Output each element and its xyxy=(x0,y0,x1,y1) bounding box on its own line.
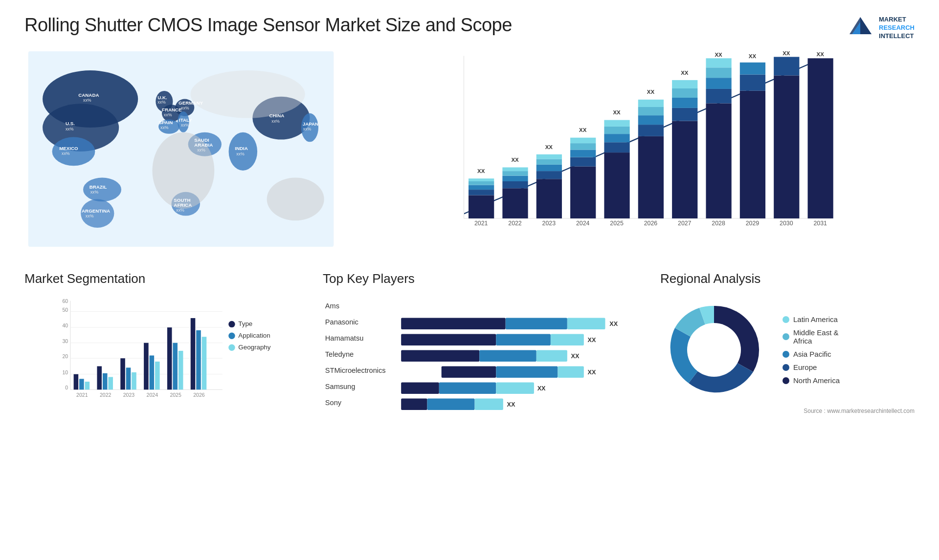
bar-chart-svg: XX 2021 XX 2022 XX 2023 xyxy=(357,51,915,237)
legend-item-europe: Europe xyxy=(782,363,840,371)
svg-text:Panasonic: Panasonic xyxy=(325,318,358,326)
north-america-dot xyxy=(782,377,789,384)
svg-text:2024: 2024 xyxy=(147,392,158,398)
svg-text:XX: XX xyxy=(511,157,519,163)
latin-america-dot xyxy=(782,316,789,323)
svg-rect-60 xyxy=(469,190,494,195)
svg-point-169 xyxy=(228,345,235,351)
svg-rect-188 xyxy=(442,366,496,378)
bottom-section: Market Segmentation 0 10 20 30 40 50 60 xyxy=(24,271,915,533)
legend-item-middle-east: Middle East &Africa xyxy=(782,328,840,345)
svg-rect-105 xyxy=(672,80,697,88)
svg-text:40: 40 xyxy=(62,323,68,328)
svg-rect-162 xyxy=(191,318,196,389)
svg-rect-67 xyxy=(502,181,528,188)
svg-text:U.K.: U.K. xyxy=(157,95,167,100)
svg-rect-120 xyxy=(774,75,799,218)
svg-rect-69 xyxy=(502,171,528,176)
svg-text:2026: 2026 xyxy=(193,392,205,398)
svg-rect-110 xyxy=(706,78,731,89)
svg-text:XX: XX xyxy=(545,144,553,150)
svg-point-202 xyxy=(687,323,741,377)
svg-rect-109 xyxy=(706,89,731,103)
svg-point-165 xyxy=(228,321,235,327)
svg-rect-61 xyxy=(469,185,494,190)
svg-text:2028: 2028 xyxy=(712,220,725,227)
svg-rect-80 xyxy=(570,167,596,218)
svg-rect-84 xyxy=(570,138,596,143)
svg-text:2021: 2021 xyxy=(76,392,88,398)
svg-rect-102 xyxy=(672,108,697,121)
svg-marker-2 xyxy=(860,17,872,34)
legend-item-asia-pacific: Asia Pacific xyxy=(782,350,840,358)
svg-text:ARABIA: ARABIA xyxy=(194,142,213,148)
svg-text:XX: XX xyxy=(588,369,596,376)
svg-text:STMicroelectronics: STMicroelectronics xyxy=(325,366,386,374)
legend-item-north-america: North America xyxy=(782,376,840,385)
svg-text:Ams: Ams xyxy=(325,302,339,310)
donut-container: Latin America Middle East &Africa Asia P… xyxy=(660,296,915,404)
svg-point-7 xyxy=(52,137,95,166)
svg-rect-95 xyxy=(638,125,664,136)
world-map-svg: CANADA xx% U.S. xx% MEXICO xx% BRAZIL xx… xyxy=(24,51,337,247)
svg-rect-156 xyxy=(144,343,149,390)
svg-rect-91 xyxy=(604,120,629,127)
europe-dot xyxy=(782,364,789,371)
svg-rect-75 xyxy=(537,165,562,171)
svg-rect-147 xyxy=(74,374,79,390)
svg-text:xx%: xx% xyxy=(176,208,184,213)
middle-east-dot xyxy=(782,333,789,340)
svg-rect-77 xyxy=(537,154,562,159)
svg-rect-178 xyxy=(401,334,496,345)
svg-rect-98 xyxy=(638,100,664,107)
svg-text:XX: XX xyxy=(579,127,587,133)
svg-text:10: 10 xyxy=(62,369,68,375)
svg-rect-76 xyxy=(537,159,562,164)
svg-rect-115 xyxy=(740,91,765,218)
svg-text:Geography: Geography xyxy=(238,344,270,351)
svg-rect-83 xyxy=(570,143,596,150)
world-map-section: CANADA xx% U.S. xx% MEXICO xx% BRAZIL xx… xyxy=(24,51,337,261)
svg-text:2027: 2027 xyxy=(678,220,692,227)
svg-rect-62 xyxy=(469,181,494,185)
svg-rect-179 xyxy=(496,334,551,345)
svg-rect-163 xyxy=(196,330,201,389)
svg-rect-161 xyxy=(179,351,183,389)
svg-rect-94 xyxy=(638,136,664,218)
svg-rect-184 xyxy=(479,350,536,362)
svg-text:XX: XX xyxy=(507,401,515,408)
header: Rolling Shutter CMOS Image Sensor Market… xyxy=(24,15,915,42)
middle-east-label: Middle East &Africa xyxy=(793,328,839,345)
svg-rect-81 xyxy=(570,157,596,167)
svg-text:MEXICO: MEXICO xyxy=(59,146,78,151)
svg-rect-193 xyxy=(401,383,439,394)
svg-rect-103 xyxy=(672,98,697,108)
svg-text:xx%: xx% xyxy=(236,151,245,156)
svg-rect-89 xyxy=(604,134,629,142)
svg-rect-200 xyxy=(475,399,503,410)
svg-rect-82 xyxy=(570,150,596,157)
svg-text:20: 20 xyxy=(62,353,68,359)
svg-text:30: 30 xyxy=(62,338,68,344)
svg-rect-175 xyxy=(567,318,605,329)
svg-rect-189 xyxy=(496,366,558,378)
svg-point-22 xyxy=(191,70,305,118)
svg-rect-88 xyxy=(604,142,629,152)
svg-rect-155 xyxy=(132,372,136,389)
svg-rect-90 xyxy=(604,127,629,134)
svg-rect-73 xyxy=(537,179,562,218)
svg-text:2030: 2030 xyxy=(780,220,793,227)
svg-rect-70 xyxy=(502,168,528,172)
svg-text:2029: 2029 xyxy=(746,220,760,227)
svg-rect-68 xyxy=(502,176,528,181)
svg-text:2023: 2023 xyxy=(123,392,135,398)
svg-rect-158 xyxy=(155,362,160,389)
donut-chart xyxy=(660,296,768,404)
svg-text:XX: XX xyxy=(681,70,689,76)
svg-text:BRAZIL: BRAZIL xyxy=(89,184,107,190)
svg-rect-116 xyxy=(740,75,765,91)
svg-text:xx%: xx% xyxy=(181,123,189,128)
svg-text:xx%: xx% xyxy=(164,112,172,117)
svg-rect-152 xyxy=(108,377,113,389)
main-grid: CANADA xx% U.S. xx% MEXICO xx% BRAZIL xx… xyxy=(24,51,915,533)
